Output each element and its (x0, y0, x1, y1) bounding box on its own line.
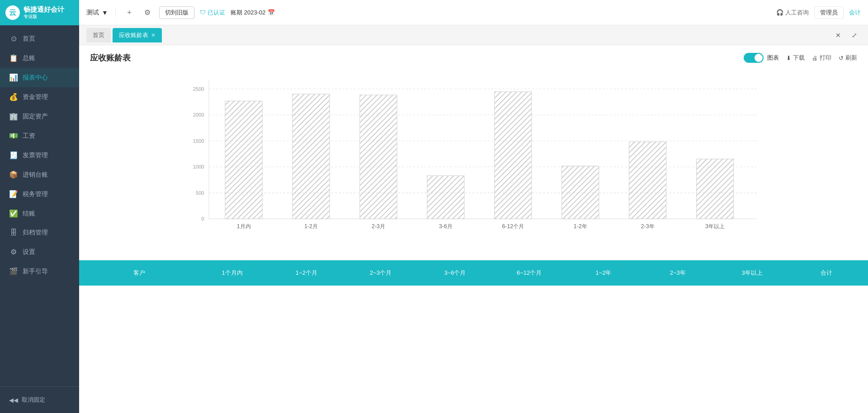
sidebar-item-label-settings: 设置 (23, 248, 35, 256)
period-label: 账期 (231, 9, 242, 17)
sidebar-item-label-funds: 资金管理 (23, 93, 48, 101)
sidebar-item-label-tax: 税务管理 (23, 190, 48, 198)
sidebar-item-invoice[interactable]: 🧾 发票管理 (0, 145, 79, 165)
assets-icon: 🏢 (9, 112, 18, 121)
toggle-track[interactable] (744, 53, 764, 63)
sidebar-item-archive[interactable]: 🗄 归档管理 (0, 223, 79, 242)
sidebar-item-label-guide: 新手引导 (23, 268, 48, 276)
tab-expand-btn[interactable]: ⤢ (848, 29, 861, 42)
page-actions: 图表 ⬇ 下载 🖨 打印 ↺ 刷新 (744, 53, 857, 63)
bar-chart: 0 500 1000 1500 2000 2500 (90, 75, 857, 247)
sidebar-item-salary[interactable]: 💵 工资 (0, 126, 79, 145)
svg-text:1月内: 1月内 (237, 223, 251, 230)
bar-1-2month (292, 94, 330, 219)
download-btn[interactable]: ⬇ 下载 (786, 54, 805, 62)
sidebar-item-sales[interactable]: 📦 进销台账 (0, 165, 79, 184)
bar-1-2year (562, 166, 599, 219)
topbar: 测试 ▼ ＋ ⚙ 切到旧版 🛡 已认证 账期 2023-02 📅 🎧 人工咨询 … (79, 0, 868, 25)
sidebar-collapse-btn[interactable]: ◀◀ 取消固定 (0, 391, 79, 408)
download-label: 下载 (793, 54, 805, 62)
support-btn[interactable]: 🎧 人工咨询 (776, 9, 809, 17)
page-title: 应收账龄表 (90, 52, 131, 63)
sidebar-item-assets[interactable]: 🏢 固定资产 (0, 107, 79, 126)
svg-text:1-2年: 1-2年 (574, 223, 587, 230)
sidebar-item-label-reports: 报表中心 (23, 74, 48, 82)
ledger-icon: 📋 (9, 54, 18, 62)
svg-text:3-6月: 3-6月 (439, 223, 453, 230)
logo-text: 畅捷通好会计 (24, 5, 64, 14)
calendar-icon[interactable]: 📅 (268, 9, 275, 16)
sales-icon: 📦 (9, 170, 18, 179)
chart-toggle[interactable]: 图表 (744, 53, 779, 63)
main-area: 测试 ▼ ＋ ⚙ 切到旧版 🛡 已认证 账期 2023-02 📅 🎧 人工咨询 … (79, 0, 868, 413)
manager-btn[interactable]: 管理员 (814, 6, 844, 19)
refresh-btn[interactable]: ↺ 刷新 (839, 54, 857, 62)
shield-icon: 🛡 (200, 9, 206, 16)
tab-close-icon[interactable]: ✕ (151, 33, 156, 38)
table-header: 客户1个月内1~2个月2~3个月3~6个月6~12个月1~2年2~3年3年以上合… (79, 260, 868, 286)
svg-text:6-12个月: 6-12个月 (502, 223, 524, 230)
period-value: 2023-02 (244, 9, 266, 16)
svg-text:2000: 2000 (193, 112, 204, 117)
page-header: 应收账龄表 图表 ⬇ 下载 🖨 打印 (79, 45, 868, 70)
invoice-icon: 🧾 (9, 151, 18, 160)
print-label: 打印 (820, 54, 831, 62)
svg-text:3年以上: 3年以上 (705, 223, 725, 230)
refresh-label: 刷新 (845, 54, 857, 62)
support-label: 人工咨询 (785, 9, 809, 17)
svg-text:0: 0 (202, 216, 204, 221)
switch-version-btn[interactable]: 切到旧版 (159, 6, 194, 19)
print-btn[interactable]: 🖨 打印 (812, 54, 831, 62)
table-header-col-5: 6~12个月 (492, 269, 566, 277)
company-selector[interactable]: 测试 ▼ (86, 9, 108, 17)
collapse-icon: ◀◀ (9, 397, 18, 404)
sidebar-item-settings[interactable]: ⚙ 设置 (0, 242, 79, 262)
archive-icon: 🗄 (9, 229, 18, 237)
topbar-divider-1 (115, 8, 116, 17)
sidebar-item-home[interactable]: ⊙ 首页 (0, 29, 79, 48)
sidebar-item-label-salary: 工资 (23, 132, 35, 140)
sidebar-item-label-sales: 进销台账 (23, 171, 48, 179)
home-icon: ⊙ (9, 34, 18, 43)
bar-6-12month (495, 92, 532, 219)
logo-icon: 云 (5, 5, 20, 20)
table-header-col-2: 1~2个月 (269, 269, 344, 277)
bar-2-3year (629, 142, 666, 219)
sidebar-item-reports[interactable]: 📊 报表中心 (0, 68, 79, 87)
sidebar-item-funds[interactable]: 💰 资金管理 (0, 87, 79, 107)
sidebar-item-tax[interactable]: 📝 税务管理 (0, 184, 79, 204)
table-header-col-6: 1~2年 (566, 269, 641, 277)
tab-close-btn[interactable]: ✕ (832, 29, 844, 42)
table-header-col-1: 1个月内 (195, 269, 269, 277)
table-header-col-7: 2~3年 (641, 269, 715, 277)
sidebar-item-ledger[interactable]: 📋 总账 (0, 48, 79, 68)
role-label[interactable]: 会计 (849, 9, 861, 17)
toggle-thumb (755, 54, 763, 62)
sidebar-item-guide[interactable]: 🎬 新手引导 (0, 262, 79, 281)
table-header-col-0: 客户 (84, 269, 195, 277)
sidebar-item-label-ledger: 总账 (23, 54, 35, 62)
settings-btn[interactable]: ⚙ (141, 6, 154, 19)
svg-text:1500: 1500 (193, 138, 204, 144)
tabs-actions: ✕ ⤢ (832, 29, 861, 42)
settlement-icon: ✅ (9, 209, 18, 218)
logo-sub: 专业版 (24, 14, 64, 20)
salary-icon: 💵 (9, 131, 18, 140)
svg-text:2-3年: 2-3年 (641, 223, 655, 230)
refresh-icon: ↺ (839, 55, 844, 61)
page-container: 应收账龄表 图表 ⬇ 下载 🖨 打印 (79, 45, 868, 413)
tax-icon: 📝 (9, 190, 18, 198)
svg-text:1-2月: 1-2月 (304, 223, 318, 230)
add-btn[interactable]: ＋ (123, 6, 136, 19)
certified-badge: 🛡 已认证 (200, 9, 225, 17)
tab-aging[interactable]: 应收账龄表 ✕ (113, 28, 162, 42)
chart-section: 0 500 1000 1500 2000 2500 (79, 70, 868, 260)
bar-3plus-year (696, 159, 733, 219)
sidebar: 云 畅捷通好会计 专业版 ⊙ 首页 📋 总账 📊 报表中心 💰 资金管理 🏢 固… (0, 0, 79, 413)
company-name: 测试 (86, 9, 99, 17)
table-header-col-8: 3年以上 (715, 269, 789, 277)
tab-home[interactable]: 首页 (86, 28, 111, 42)
sidebar-item-settlement[interactable]: ✅ 结账 (0, 204, 79, 223)
table-header-col-3: 2~3个月 (344, 269, 418, 277)
period-display: 账期 2023-02 📅 (231, 9, 275, 17)
